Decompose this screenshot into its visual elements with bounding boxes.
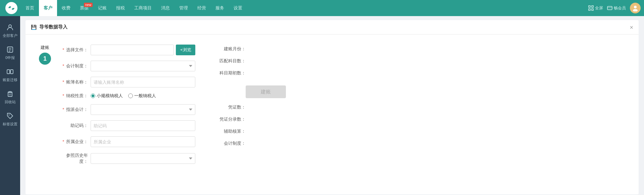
aux-accounting-label: 辅助核算： (215, 128, 246, 134)
history-row: 参照历史年度： (61, 152, 195, 165)
sidebar-label-declaration: 0申报 (5, 55, 15, 60)
file-label: * 选择文件： (61, 47, 88, 53)
nav-item-tax[interactable]: 报税 (111, 0, 130, 16)
voucher-row: 凭证数： (215, 104, 316, 110)
svg-point-8 (634, 6, 637, 8)
top-nav: 首页 客户 收费 票据 new 记账 报税 工商项目 消息 管理 经营 服务 设… (0, 0, 644, 16)
nav-item-client[interactable]: 客户 (39, 0, 57, 16)
subject-init-row: 科目期初数： (215, 70, 316, 76)
sidebar-item-tags[interactable]: 标签设置 (0, 108, 20, 130)
memo-row: 助记码： (61, 120, 195, 131)
radio-general-tax-input[interactable] (128, 93, 133, 98)
build-account-button[interactable]: 建账 (246, 85, 286, 98)
sidebar-item-migrate[interactable]: 账套迁移 (0, 64, 20, 86)
person-icon (5, 23, 15, 32)
panel-header: 💾 导爷数据导入 (26, 20, 639, 35)
memo-input[interactable] (91, 120, 195, 131)
fullscreen-label: 全屏 (595, 5, 603, 11)
nav-item-settings[interactable]: 设置 (229, 0, 247, 16)
ledger-row: * 账簿名称： (61, 77, 195, 87)
form-area: 建账 1 * 选择文件： +浏览 * 会 (26, 35, 639, 175)
build-month-label: 建账月份： (215, 46, 246, 52)
match-subject-label: 匹配科目数： (215, 58, 246, 64)
ledger-input[interactable] (91, 77, 195, 87)
voucher-entries-row: 凭证分录数： (215, 116, 316, 122)
nav-item-service[interactable]: 服务 (211, 0, 229, 16)
new-badge: new (84, 3, 93, 7)
file-text-input[interactable] (91, 45, 174, 55)
nav-item-account[interactable]: 记账 (93, 0, 111, 16)
accounting-row: * 会计制度： (61, 61, 195, 71)
radio-small-tax-input[interactable] (91, 93, 95, 98)
subject-init-label: 科目期初数： (215, 70, 246, 76)
sidebar-label-tags: 标签设置 (3, 122, 17, 127)
accounting-label: * 会计制度： (61, 63, 88, 69)
voucher-label: 凭证数： (215, 104, 246, 110)
panel-close-button[interactable]: × (630, 24, 633, 31)
sidebar-item-recycle[interactable]: 回收站 (0, 86, 20, 108)
nav-item-home[interactable]: 首页 (21, 0, 39, 16)
radio-general-tax[interactable]: 一般纳税人 (128, 93, 156, 99)
company-row: * 所属企业： (61, 136, 195, 147)
import-icon: 💾 (31, 24, 37, 30)
step-circle: 1 (39, 53, 51, 65)
nav-item-manage[interactable]: 管理 (175, 0, 193, 16)
accounting-system-label: 会计制度： (215, 140, 246, 146)
memo-label: 助记码： (61, 123, 88, 129)
svg-rect-3 (592, 6, 593, 7)
accounting-select[interactable] (91, 61, 195, 71)
assign-row: * 指派会计： (61, 104, 195, 115)
declare-icon (5, 45, 15, 54)
tax-row: * 纳税性质： 小规模纳税人 一般纳税人 (61, 93, 195, 99)
svg-point-9 (633, 9, 638, 11)
svg-rect-6 (607, 6, 612, 10)
sidebar-item-all-clients[interactable]: 全部客户 (0, 19, 20, 42)
sidebar-item-declaration[interactable]: 0申报 (0, 42, 20, 64)
migrate-icon (5, 67, 15, 76)
member-button[interactable]: 畅会员 (607, 5, 626, 11)
main-panel: 💾 导爷数据导入 × 建账 1 * 选择文件： +浏览 (26, 20, 639, 194)
match-subject-row: 匹配科目数： (215, 58, 316, 64)
svg-rect-5 (592, 9, 593, 10)
assign-label: * 指派会计： (61, 107, 88, 113)
recycle-icon (5, 89, 15, 99)
svg-rect-15 (7, 70, 10, 74)
nav-right: 全屏 畅会员 (588, 3, 641, 13)
browse-button[interactable]: +浏览 (176, 45, 195, 55)
main-content: 💾 导爷数据导入 × 建账 1 * 选择文件： +浏览 (20, 16, 644, 195)
aux-accounting-row: 辅助核算： (215, 128, 316, 134)
tag-icon (5, 111, 15, 121)
accounting-system-row: 会计制度： (215, 140, 316, 146)
assign-select[interactable] (91, 104, 195, 115)
company-input[interactable] (91, 136, 195, 147)
svg-point-21 (9, 115, 10, 116)
nav-item-invoice[interactable]: 票据 new (75, 0, 93, 16)
svg-rect-4 (589, 9, 590, 10)
radio-small-tax[interactable]: 小规模纳税人 (91, 93, 123, 99)
nav-item-project[interactable]: 工商项目 (130, 0, 156, 16)
sidebar-label-migrate: 账套迁移 (3, 77, 17, 82)
tax-radio-group: 小规模纳税人 一般纳税人 (91, 93, 156, 99)
svg-point-10 (9, 25, 11, 27)
member-label: 畅会员 (614, 5, 626, 11)
build-month-row: 建账月份： (215, 46, 316, 52)
sidebar-label-recycle: 回收站 (5, 100, 16, 105)
file-input-wrap: +浏览 (91, 45, 195, 55)
app-logo[interactable] (3, 0, 19, 16)
step-area: 建账 1 (39, 45, 51, 165)
user-avatar[interactable] (630, 3, 641, 13)
panel-title: 导爷数据导入 (39, 24, 67, 30)
svg-rect-2 (589, 6, 590, 7)
ledger-label: * 账簿名称： (61, 79, 88, 85)
right-info: 建账月份： 匹配科目数： 科目期初数： 建账 凭证数： (215, 45, 316, 165)
sidebar: 全部客户 0申报 账套迁移 (0, 16, 20, 195)
nav-item-operation[interactable]: 经营 (193, 0, 211, 16)
svg-rect-18 (8, 92, 12, 96)
nav-item-message[interactable]: 消息 (156, 0, 175, 16)
step-label: 建账 (41, 45, 49, 51)
history-label: 参照历史年度： (61, 152, 88, 165)
fullscreen-button[interactable]: 全屏 (588, 5, 603, 11)
nav-item-fee[interactable]: 收费 (57, 0, 75, 16)
left-form: * 选择文件： +浏览 * 会计制度： (61, 45, 195, 165)
history-select[interactable] (91, 153, 195, 164)
